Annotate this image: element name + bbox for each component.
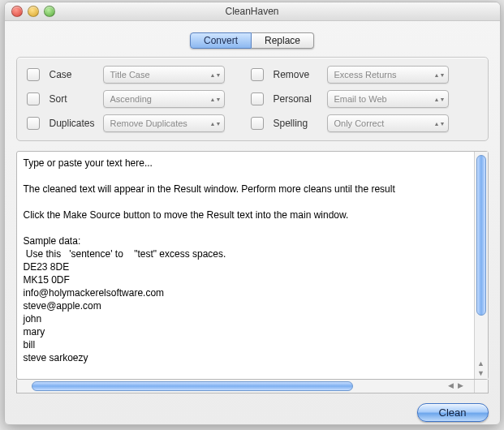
- scroll-left-icon[interactable]: ◀: [448, 381, 454, 389]
- chevron-updown-icon: ▲▼: [211, 73, 221, 77]
- footer: Clean: [16, 393, 489, 422]
- traffic-lights: [11, 6, 55, 17]
- scroll-thumb[interactable]: [476, 155, 486, 316]
- personal-select-value: Email to Web: [334, 94, 387, 104]
- remove-label: Remove: [274, 69, 322, 80]
- remove-select-value: Excess Returns: [334, 70, 397, 80]
- personal-select[interactable]: Email to Web ▲▼: [327, 90, 449, 108]
- tab-replace[interactable]: Replace: [252, 32, 314, 49]
- spelling-select-value: Only Correct: [334, 118, 385, 128]
- tab-control: Convert Replace: [16, 32, 489, 49]
- chevron-updown-icon: ▲▼: [435, 73, 445, 77]
- case-label: Case: [50, 69, 98, 80]
- zoom-icon[interactable]: [44, 6, 55, 17]
- scroll-down-icon[interactable]: ▼: [475, 369, 488, 377]
- case-select[interactable]: Title Case ▲▼: [103, 66, 225, 84]
- window-title: CleanHaven: [225, 6, 278, 17]
- scroll-up-icon[interactable]: ▲: [475, 359, 488, 368]
- app-window: CleanHaven Convert Replace Case Title Ca…: [4, 2, 501, 425]
- case-checkbox[interactable]: [27, 68, 40, 81]
- vertical-scrollbar[interactable]: ▲ ▼: [474, 152, 488, 379]
- text-area-container: Type or paste your text here... The clea…: [16, 151, 489, 380]
- scroll-thumb[interactable]: [32, 381, 353, 391]
- duplicates-checkbox[interactable]: [27, 117, 40, 130]
- clean-button[interactable]: Clean: [417, 403, 489, 422]
- titlebar: CleanHaven: [5, 2, 500, 21]
- chevron-updown-icon: ▲▼: [211, 122, 221, 126]
- chevron-updown-icon: ▲▼: [435, 122, 445, 126]
- chevron-updown-icon: ▲▼: [435, 97, 445, 101]
- chevron-updown-icon: ▲▼: [211, 97, 221, 101]
- duplicates-label: Duplicates: [50, 118, 98, 129]
- sort-select[interactable]: Ascending ▲▼: [103, 90, 225, 108]
- spelling-checkbox[interactable]: [251, 117, 264, 130]
- spelling-select[interactable]: Only Correct ▲▼: [327, 114, 449, 132]
- duplicates-select-value: Remove Duplicates: [110, 118, 187, 128]
- sort-select-value: Ascending: [110, 94, 152, 104]
- remove-select[interactable]: Excess Returns ▲▼: [327, 66, 449, 84]
- case-select-value: Title Case: [110, 70, 150, 80]
- sort-label: Sort: [50, 93, 98, 105]
- tab-convert[interactable]: Convert: [190, 32, 252, 49]
- spelling-label: Spelling: [274, 118, 322, 129]
- remove-checkbox[interactable]: [251, 68, 264, 81]
- options-panel: Case Title Case ▲▼ Remove Excess Returns…: [16, 57, 489, 141]
- personal-checkbox[interactable]: [251, 92, 264, 105]
- close-icon[interactable]: [11, 6, 23, 17]
- scroll-right-icon[interactable]: ▶: [458, 381, 463, 389]
- horizontal-scrollbar[interactable]: ◀ ▶: [16, 380, 489, 393]
- main-text-input[interactable]: Type or paste your text here... The clea…: [17, 152, 474, 379]
- personal-label: Personal: [274, 93, 322, 105]
- minimize-icon[interactable]: [28, 6, 39, 17]
- scroll-corner: [474, 380, 488, 393]
- duplicates-select[interactable]: Remove Duplicates ▲▼: [103, 114, 225, 132]
- sort-checkbox[interactable]: [27, 92, 40, 105]
